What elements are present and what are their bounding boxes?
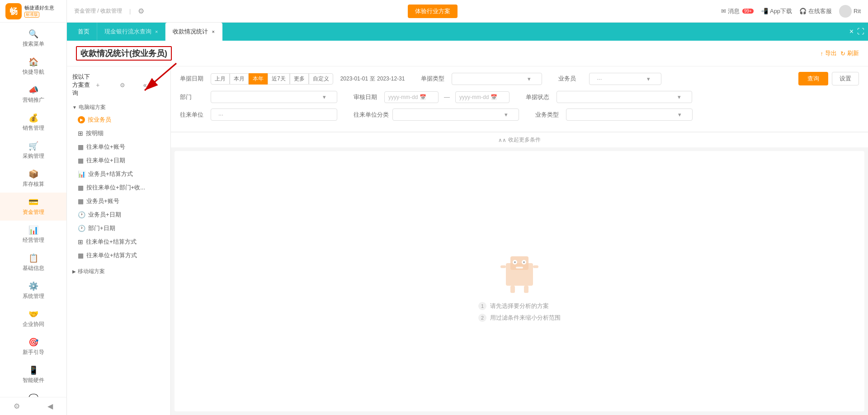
tab-close-receipt[interactable]: × <box>212 29 214 34</box>
scheme-item-unit-settle2[interactable]: ▦ 往来单位+结算方式 <box>67 249 170 262</box>
settings-footer-icon[interactable]: ⚙ <box>14 402 20 410</box>
clock2-icon: 🕐 <box>78 225 85 232</box>
sidebar-item-purchase[interactable]: 🛒 采购管理 <box>0 137 66 165</box>
date-range: 2023-01-01 至 2023-12-31 <box>340 75 405 83</box>
user-avatar-button[interactable]: Rit <box>839 5 861 18</box>
scheme-item-unit-settle1[interactable]: ⊞ 往来单位+结算方式 <box>67 235 170 249</box>
date-tab-this-month[interactable]: 本月 <box>230 73 249 85</box>
sidebar-item-quicknav[interactable]: 🏠 快捷导航 <box>0 52 66 80</box>
filter-biz-type-item: 业务类型 ▾ <box>535 108 693 121</box>
guide-icon: 🎯 <box>28 337 38 347</box>
date-tab-7days[interactable]: 近7天 <box>268 73 290 85</box>
scheme-group-mobile: ▶ 移动端方案 <box>67 264 170 279</box>
date-tab-this-year[interactable]: 本年 <box>249 73 268 85</box>
from-unit-select[interactable]: ··· <box>211 108 337 121</box>
sidebar-item-search[interactable]: 🔍 搜索菜单 <box>0 24 66 52</box>
sidebar-item-basicinfo[interactable]: 📋 基础信息 <box>0 249 66 277</box>
content-area: 收款情况统计(按业务员) ↑ 导出 ↻ 刷新 按以下方 <box>67 41 868 415</box>
scheme-item-by-detail[interactable]: ⊞ 按明细 <box>67 127 170 140</box>
page-actions: ↑ 导出 ↻ 刷新 <box>821 49 859 57</box>
sidebar-item-system[interactable]: ⚙️ 系统管理 <box>0 277 66 305</box>
inventory-icon: 📦 <box>28 169 38 179</box>
scheme-group-desktop-header[interactable]: ▼ 电脑端方案 <box>67 102 170 113</box>
query-button[interactable]: 查询 <box>798 72 828 85</box>
date-tab-last-month[interactable]: 上月 <box>211 73 230 85</box>
sidebar-item-hardware[interactable]: 📱 智能硬件 <box>0 361 66 389</box>
scheme-item-salesman-date[interactable]: 🕐 业务员+日期 <box>67 208 170 222</box>
message-icon: ✉ <box>721 8 726 14</box>
scheme-add-button[interactable]: + <box>96 81 118 89</box>
unit-classify-select[interactable]: ▾ <box>392 108 519 121</box>
review-date-to[interactable]: yyyy-mm-dd 📅 <box>455 91 509 103</box>
scheme-item-salesman-account[interactable]: ▦ 业务员+账号 <box>67 194 170 208</box>
filter-doctype-item: 单据类型 ▾ <box>421 73 542 85</box>
unit-classify-chevron-icon: ▾ <box>505 111 508 118</box>
scheme-item-unit-account[interactable]: ▦ 往来单位+账号 <box>67 140 170 154</box>
sidebar-item-operation[interactable]: 📊 经营管理 <box>0 221 66 249</box>
tab-receipt[interactable]: 收款情况统计 × <box>165 23 222 41</box>
biz-type-select[interactable]: ▾ <box>566 108 693 121</box>
empty-illustration <box>492 241 547 295</box>
scheme-item-unit-date[interactable]: ▦ 往来单位+日期 <box>67 154 170 167</box>
from-unit-more-icon: ··· <box>218 111 223 118</box>
export-button[interactable]: ↑ 导出 <box>821 49 837 57</box>
online-service-button[interactable]: 🎧 在线客服 <box>799 7 832 15</box>
scheme-item-salesman-settle[interactable]: 📊 业务员+结算方式 <box>67 167 170 181</box>
sidebar-footer: ⚙ ◀ <box>0 397 66 415</box>
table-icon: ▦ <box>78 143 84 151</box>
sidebar-item-inventory[interactable]: 📦 库存核算 <box>0 165 66 193</box>
scheme-item-unit-dept[interactable]: ▦ 按往来单位+部门+收... <box>67 181 170 194</box>
date-separator: — <box>444 94 450 100</box>
doc-status-select[interactable]: ▾ <box>557 91 692 103</box>
refresh-button[interactable]: ↻ 刷新 <box>840 49 859 57</box>
sidebar-item-wechat[interactable]: 💬 企业微信 <box>0 389 66 397</box>
topbar-settings-icon[interactable]: ⚙ <box>138 7 144 15</box>
hardware-icon: 📱 <box>28 365 38 375</box>
scheme-group-mobile-header[interactable]: ▶ 移动端方案 <box>67 266 170 277</box>
doc-status-label: 单据状态 <box>526 93 553 101</box>
message-button[interactable]: ✉ 消息 99+ <box>721 7 754 15</box>
filter-unit-classify-item: 往来单位分类 ▾ <box>354 108 519 121</box>
table2-icon: ▦ <box>78 157 84 164</box>
filter-settings-button[interactable]: 设置 <box>832 72 859 85</box>
app-download-button[interactable]: 📲 App下载 <box>761 7 792 15</box>
svg-rect-6 <box>516 267 523 269</box>
sidebar-nav: 🔍 搜索菜单 🏠 快捷导航 📣 营销推广 💰 销售管理 🛒 采购管理 📦 库存核… <box>0 23 66 397</box>
hint-num-1: 1 <box>478 302 486 310</box>
tab-bar: 首页 现金银行流水查询 × 收款情况统计 × × ⛶ <box>67 23 868 41</box>
sidebar-item-guide[interactable]: 🎯 新手引导 <box>0 333 66 361</box>
topbar: 资金管理 / 收款管理 | ⚙ 体验行业方案 ✉ 消息 99+ 📲 App下载 … <box>67 0 868 23</box>
salesman-select[interactable]: ··· ▾ <box>589 73 661 85</box>
dept-select[interactable]: ▾ <box>211 91 337 103</box>
scheme-settings-button[interactable]: ⚙ <box>120 82 142 89</box>
trial-button[interactable]: 体验行业方案 <box>408 5 458 18</box>
tab-bank[interactable]: 现金银行流水查询 × <box>97 23 165 41</box>
scheme-item-by-salesman[interactable]: ▶ 按业务员 <box>67 113 170 127</box>
review-date-from[interactable]: yyyy-mm-dd 📅 <box>384 91 439 103</box>
hint-item-1: 1 请先选择要分析的方案 <box>478 302 561 310</box>
close-all-tabs-button[interactable]: × <box>849 28 854 36</box>
sidebar-logo: 畅 畅捷通好生意 标准版 <box>0 0 66 23</box>
tab-close-bank[interactable]: × <box>155 29 158 34</box>
sidebar-item-sales[interactable]: 💰 销售管理 <box>0 108 66 137</box>
avatar <box>839 5 852 18</box>
date-tab-custom[interactable]: 自定义 <box>309 73 333 85</box>
fullscreen-button[interactable]: ⛶ <box>857 28 864 36</box>
tab-home[interactable]: 首页 <box>71 23 97 41</box>
collapse-sidebar-icon[interactable]: ◀ <box>47 402 53 410</box>
doctype-select[interactable]: ▾ <box>452 73 542 85</box>
collapse-icon: ∧∧ <box>498 137 506 143</box>
collapse-bar[interactable]: ∧∧ 收起更多条件 <box>171 132 868 147</box>
date-tab-more[interactable]: 更多 <box>290 73 309 85</box>
sidebar-item-enterprise[interactable]: 🤝 企业协同 <box>0 305 66 333</box>
scheme-item-dept-date[interactable]: 🕐 部门+日期 <box>67 222 170 235</box>
empty-content: 1 请先选择要分析的方案 2 用过滤条件来缩小分析范围 <box>175 151 864 411</box>
sidebar-item-finance[interactable]: 💳 资金管理 <box>0 193 66 221</box>
sidebar-item-marketing[interactable]: 📣 营销推广 <box>0 80 66 108</box>
svg-point-4 <box>514 261 516 263</box>
biz-type-chevron-icon: ▾ <box>678 111 681 118</box>
topbar-right: ✉ 消息 99+ 📲 App下载 🎧 在线客服 Rit <box>721 5 861 18</box>
scheme-collapse-button[interactable]: « <box>143 81 165 89</box>
filter-row-2: 部门 ▾ 审核日期 yyyy-mm-dd 📅 <box>180 91 859 103</box>
salesman-label: 业务员 <box>558 75 585 83</box>
